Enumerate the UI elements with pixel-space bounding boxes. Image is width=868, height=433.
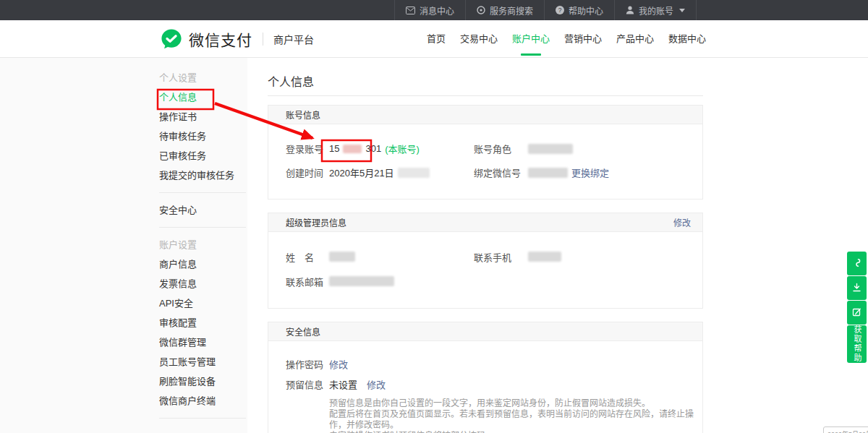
security-info-title: 安全信息 xyxy=(286,325,320,338)
brand-divider xyxy=(263,33,263,46)
bound-wechat-value: 更换绑定 xyxy=(528,166,609,179)
super-admin-edit-link[interactable]: 修改 xyxy=(673,216,691,228)
admin-phone-label: 联系手机 xyxy=(474,250,528,264)
sidebar-item-pending-review-tasks[interactable]: 待审核任务 xyxy=(159,127,247,146)
feedback-button[interactable] xyxy=(847,301,867,325)
get-help-label: 获取帮助 xyxy=(853,325,861,363)
search-icon xyxy=(477,6,485,14)
created-time-value: 2020年5月21日 xyxy=(329,166,430,179)
reserved-info-edit-link[interactable]: 修改 xyxy=(367,377,386,391)
sidebar-divider xyxy=(159,418,246,419)
floating-toolbar: 获取帮助 xyxy=(847,252,867,363)
nav-marketing-center[interactable]: 营销中心 xyxy=(564,20,602,58)
page: 个人设置 个人信息 操作证书 待审核任务 已审核任务 我提交的审核任务 安全中心… xyxy=(0,58,868,433)
super-admin-header: 超级管理员信息 修改 xyxy=(268,213,702,232)
get-help-button[interactable]: 获取帮助 xyxy=(847,325,867,363)
sidebar-item-face-smart-device[interactable]: 刷脸智能设备 xyxy=(159,372,247,391)
download-button[interactable] xyxy=(847,276,867,300)
operation-password-edit-link[interactable]: 修改 xyxy=(329,357,348,371)
admin-name-label: 姓 名 xyxy=(286,250,329,264)
sidebar-item-invoice-info[interactable]: 发票信息 xyxy=(159,274,247,293)
account-role-value xyxy=(528,144,573,154)
security-info-section: 安全信息 操作密码 修改 预留信息 未设置 修改 xyxy=(268,322,703,433)
sidebar-item-api-security[interactable]: API安全 xyxy=(159,293,247,313)
topbar-service-search-label: 服务商搜索 xyxy=(490,4,533,17)
current-account-tag: (本账号) xyxy=(385,142,420,155)
nav-home[interactable]: 首页 xyxy=(427,20,446,58)
reserved-info-status: 未设置 xyxy=(329,377,357,391)
topbar-help-label: 帮助中心 xyxy=(569,4,603,17)
account-info-section: 账号信息 登录账号 15301 (本账号) 账号角色 xyxy=(268,105,703,200)
service-link-icon xyxy=(852,257,861,270)
sidebar-item-merchant-info[interactable]: 商户信息 xyxy=(159,254,247,274)
caret-down-icon xyxy=(679,9,685,12)
admin-name-redacted xyxy=(329,252,355,262)
created-time-redacted xyxy=(398,168,430,178)
sidebar-divider xyxy=(159,192,246,193)
sidebar-item-operation-certificate[interactable]: 操作证书 xyxy=(159,107,247,127)
sidebar-item-reviewed-tasks[interactable]: 已审核任务 xyxy=(159,146,247,166)
topbar-message-center[interactable]: 消息中心 xyxy=(394,0,465,20)
reserved-info-description-line: 预留信息是由你自己设置的一段文字，用来鉴定网站身份，防止假冒网站造成损失。 xyxy=(329,398,702,409)
nav-transaction-center[interactable]: 交易中心 xyxy=(460,20,498,58)
account-info-title: 账号信息 xyxy=(286,108,320,121)
sidebar-item-staff-account-management[interactable]: 员工账号管理 xyxy=(159,352,247,372)
security-info-header: 安全信息 xyxy=(268,322,702,341)
account-role-redacted xyxy=(528,144,573,154)
admin-email-redacted xyxy=(329,276,394,286)
main-content: 个人信息 账号信息 登录账号 15301 (本账号) 账号角色 xyxy=(268,58,703,433)
created-time-label: 创建时间 xyxy=(286,166,329,179)
active-nav-underline xyxy=(521,53,541,56)
account-role-label: 账号角色 xyxy=(474,142,528,155)
bound-wechat-label: 绑定微信号 xyxy=(474,166,528,179)
operation-password-label: 操作密码 xyxy=(286,357,329,371)
reserved-info-label: 预留信息 xyxy=(286,377,329,391)
topbar-service-search[interactable]: 服务商搜索 xyxy=(465,0,544,20)
user-icon xyxy=(626,6,634,14)
header: 微信支付 商户平台 首页 交易中心 账户中心 营销中心 产品中心 数据中心 xyxy=(0,20,868,58)
topbar-my-account[interactable]: 我的账号 xyxy=(614,0,697,20)
brand: 微信支付 商户平台 xyxy=(161,20,314,58)
topbar: 消息中心 服务商搜索 ? 帮助中心 我的账号 xyxy=(0,0,868,20)
sidebar-item-review-config[interactable]: 审核配置 xyxy=(159,313,247,333)
svg-text:?: ? xyxy=(558,7,562,14)
nav-product-center[interactable]: 产品中心 xyxy=(616,20,654,58)
reserved-info-description-line: 配置后将在首页及充值页面显示。若未看到预留信息，表明当前访问的网站存在风险，请终… xyxy=(329,409,702,431)
rebind-link[interactable]: 更换绑定 xyxy=(571,166,609,179)
help-icon: ? xyxy=(556,6,564,14)
reserved-info-description: 预留信息是由你自己设置的一段文字，用来鉴定网站身份，防止假冒网站造成损失。 配置… xyxy=(329,398,702,433)
admin-email-value xyxy=(329,276,394,286)
admin-phone-redacted xyxy=(528,252,561,262)
login-account-label: 登录账号 xyxy=(286,142,329,155)
brand-name: 微信支付 xyxy=(189,28,252,50)
wechat-pay-logo xyxy=(161,28,182,50)
nav-data-center[interactable]: 数据中心 xyxy=(668,20,706,58)
super-admin-body: 姓 名 联系手机 联系邮箱 xyxy=(268,232,702,308)
login-account-value: 15301 (本账号) xyxy=(329,142,420,155)
mail-icon xyxy=(406,7,415,14)
account-info-body: 登录账号 15301 (本账号) 账号角色 创建时间 xyxy=(268,124,702,199)
date-tooltip: 2020年5月22日 xyxy=(823,426,868,433)
sidebar-item-personal-info[interactable]: 个人信息 xyxy=(159,87,247,107)
admin-phone-value xyxy=(528,252,561,262)
download-icon xyxy=(852,282,861,295)
sidebar-item-my-submitted-tasks[interactable]: 我提交的审核任务 xyxy=(159,166,247,185)
topbar-my-account-label: 我的账号 xyxy=(639,4,673,17)
service-link-button[interactable] xyxy=(847,252,867,275)
super-admin-title: 超级管理员信息 xyxy=(286,216,346,228)
admin-name-value xyxy=(329,252,355,262)
topbar-help-center[interactable]: ? 帮助中心 xyxy=(544,0,614,20)
account-info-header: 账号信息 xyxy=(268,106,702,124)
sidebar-item-security-center[interactable]: 安全中心 xyxy=(159,200,247,220)
nav-account-center[interactable]: 账户中心 xyxy=(512,20,550,58)
login-account-redacted xyxy=(343,145,362,153)
bound-wechat-redacted xyxy=(528,168,568,178)
edit-icon xyxy=(852,306,861,320)
sidebar-section-account-settings: 账户设置 xyxy=(159,235,247,254)
sidebar-item-wechat-group-management[interactable]: 微信群管理 xyxy=(159,333,247,352)
sidebar-item-wechat-merchant-terminal[interactable]: 微信商户终端 xyxy=(159,391,247,411)
portal-name: 商户平台 xyxy=(273,32,314,46)
sidebar-divider xyxy=(159,227,246,228)
sidebar: 个人设置 个人信息 操作证书 待审核任务 已审核任务 我提交的审核任务 安全中心… xyxy=(159,68,247,426)
main-nav: 首页 交易中心 账户中心 营销中心 产品中心 数据中心 xyxy=(427,20,706,58)
